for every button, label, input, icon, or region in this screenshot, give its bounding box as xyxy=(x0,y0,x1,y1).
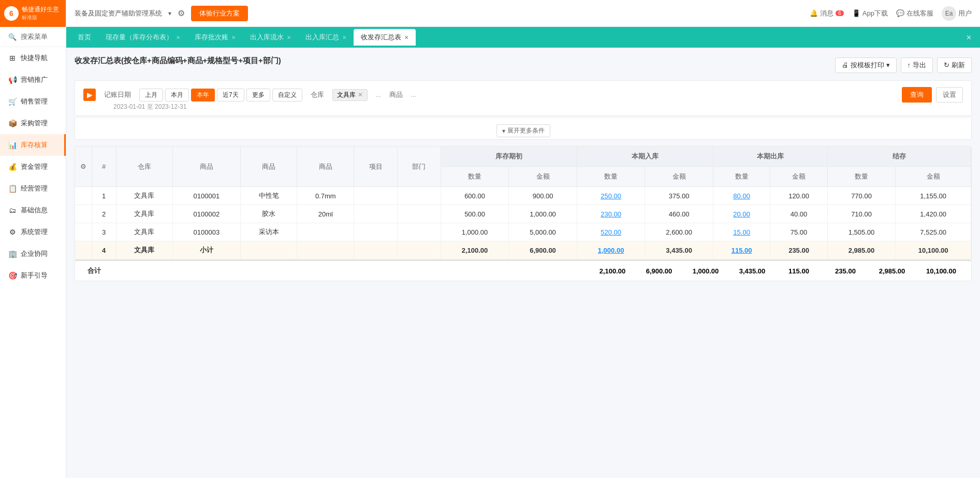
filter-row: ▶ 记账日期 上月 本月 本年 近7天 更多 自定义 仓库 文具库 ✕ ... … xyxy=(83,87,963,103)
print-button[interactable]: 🖨 按模板打印 ▾ xyxy=(835,57,897,73)
tab-close-inventory-dist[interactable]: ✕ xyxy=(176,35,180,40)
in-qty-header: 数量 xyxy=(577,167,645,187)
product-label: 商品 xyxy=(389,90,403,99)
row1-in-amt: 375.00 xyxy=(645,187,713,205)
row1-in-qty[interactable]: 250.00 xyxy=(577,187,645,205)
logo-icon: 6 xyxy=(4,6,19,21)
tab-inventory-dist[interactable]: 现存量（库存分布表） ✕ xyxy=(98,29,187,46)
tab-home[interactable]: 首页 xyxy=(70,29,98,46)
sidebar-item-newbie[interactable]: 🎯 新手引导 xyxy=(0,265,66,286)
period-7days[interactable]: 近7天 xyxy=(217,89,244,102)
system-icon: ⚙ xyxy=(8,228,17,236)
subtotal-in-qty[interactable]: 1,000.00 xyxy=(577,241,645,259)
footer-closing-qty: 2,985.00 xyxy=(869,267,915,275)
sidebar-item-enterprise[interactable]: 🏢 企业协同 xyxy=(0,243,66,265)
row2-in-qty[interactable]: 230.00 xyxy=(577,205,645,223)
row2-out-amt: 40.00 xyxy=(770,205,827,223)
filter-settings-button[interactable]: 设置 xyxy=(936,87,963,103)
main-content: 装备及固定资产辅助管理系统 ▾ ⚙ 体验行业方案 🔔 消息 6 📱 App下载 … xyxy=(66,0,980,478)
message-button[interactable]: 🔔 消息 6 xyxy=(810,9,844,18)
row1-product-spec: 0.7mm xyxy=(297,187,354,205)
tab-close-in-out-flow[interactable]: ✕ xyxy=(287,35,291,40)
row3-out-amt: 75.00 xyxy=(770,223,827,241)
period-more[interactable]: 更多 xyxy=(246,89,270,102)
warehouse-tag-close[interactable]: ✕ xyxy=(358,91,363,98)
trial-button[interactable]: 体验行业方案 xyxy=(191,6,248,21)
tab-close-in-out-summary[interactable]: ✕ xyxy=(342,35,346,40)
subtotal-out-qty[interactable]: 115.00 xyxy=(713,241,770,259)
summary-table: ⚙ # 仓库 商品 商品 商品 项目 部门 库存期初 本期入库 本期出库 结存 xyxy=(75,147,971,259)
sidebar: 6 畅捷通好生意 标准版 🔍 搜索菜单 ⊞ 快捷导航 📢 营销推广 🛒 销售管理… xyxy=(0,0,66,478)
row3-opening-amt: 5,000.00 xyxy=(509,223,577,241)
tab-close-batch-ledger[interactable]: ✕ xyxy=(231,35,236,40)
warehouse-label: 仓库 xyxy=(311,90,324,99)
row3-product-spec xyxy=(297,223,354,241)
row3-closing-amt: 7,525.00 xyxy=(896,223,971,241)
inventory-icon: 📊 xyxy=(8,141,17,149)
sidebar-item-sales[interactable]: 🛒 销售管理 xyxy=(0,91,66,112)
closing-amt-header: 金额 xyxy=(896,167,971,187)
refresh-button[interactable]: ↻ 刷新 xyxy=(937,57,972,73)
sales-icon: 🛒 xyxy=(8,97,17,106)
row2-product-code: 0100002 xyxy=(172,205,241,223)
tab-bar-close[interactable]: ✕ xyxy=(962,34,976,41)
row2-out-qty[interactable]: 20.00 xyxy=(713,205,770,223)
date-label: 记账日期 xyxy=(104,90,131,99)
period-custom[interactable]: 自定义 xyxy=(272,89,302,102)
tab-close-recv-send-summary[interactable]: ✕ xyxy=(404,35,408,40)
sidebar-item-inventory[interactable]: 📊 库存核算 xyxy=(0,134,66,156)
row3-warehouse: 文具库 xyxy=(116,223,172,241)
search-icon: 🔍 xyxy=(8,33,17,41)
row3-in-qty[interactable]: 520.00 xyxy=(577,223,645,241)
tab-in-out-summary[interactable]: 出入库汇总 ✕ xyxy=(298,29,354,46)
sidebar-item-marketing[interactable]: 📢 营销推广 xyxy=(0,69,66,91)
system-dropdown[interactable]: ▾ xyxy=(168,10,171,17)
footer-in-qty: 1,000.00 xyxy=(682,267,729,275)
footer-out-qty: 115.00 xyxy=(776,267,822,275)
table-product-name-header: 商品 xyxy=(241,147,297,187)
footer-opening-amt: 6,900.00 xyxy=(636,267,682,275)
footer-closing-amt: 10,100.00 xyxy=(915,267,967,275)
marketing-icon: 📢 xyxy=(8,76,17,84)
row2-warehouse: 文具库 xyxy=(116,205,172,223)
table-opening-header: 库存期初 xyxy=(441,147,577,167)
footer-label: 合计 xyxy=(75,266,179,276)
row1-out-amt: 120.00 xyxy=(770,187,827,205)
data-table: ⚙ # 仓库 商品 商品 商品 项目 部门 库存期初 本期入库 本期出库 结存 xyxy=(75,146,972,260)
expand-more-button[interactable]: ▾ 展开更多条件 xyxy=(496,124,550,137)
period-last-month[interactable]: 上月 xyxy=(139,89,163,102)
filter-toggle-icon[interactable]: ▶ xyxy=(83,89,96,101)
tab-in-out-flow[interactable]: 出入库流水 ✕ xyxy=(243,29,298,46)
sidebar-item-quick-nav[interactable]: ⊞ 快捷导航 xyxy=(0,47,66,69)
tab-recv-send-summary[interactable]: 收发存汇总表 ✕ xyxy=(354,29,416,46)
subtotal-label: 小计 xyxy=(172,241,241,259)
table-row: 3 文具库 0100003 采访本 1,000.00 5,000.00 520.… xyxy=(75,223,971,241)
table-in-header: 本期入库 xyxy=(577,147,713,167)
sidebar-item-basic[interactable]: 🗂 基础信息 xyxy=(0,199,66,221)
sidebar-item-finance[interactable]: 💰 资金管理 xyxy=(0,156,66,178)
page-actions: 🖨 按模板打印 ▾ ↑ 导出 ↻ 刷新 xyxy=(835,57,972,73)
tab-batch-ledger[interactable]: 库存批次账 ✕ xyxy=(187,29,243,46)
sidebar-item-operation[interactable]: 📋 经营管理 xyxy=(0,178,66,199)
app-download-button[interactable]: 📱 App下载 xyxy=(852,9,888,18)
page-title: 收发存汇总表(按仓库+商品编码+商品+规格型号+项目+部门) xyxy=(75,56,281,66)
query-button[interactable]: 查询 xyxy=(902,87,932,103)
sidebar-item-system[interactable]: ⚙ 系统管理 xyxy=(0,221,66,243)
row2-num: 2 xyxy=(92,205,116,223)
row1-out-qty[interactable]: 80.00 xyxy=(713,187,770,205)
warehouse-more[interactable]: ... xyxy=(376,91,381,98)
export-icon: ↑ xyxy=(908,61,911,69)
user-menu[interactable]: Ea 用户 xyxy=(942,6,972,21)
subtotal-closing-qty: 2,985.00 xyxy=(827,241,896,259)
product-more[interactable]: ... xyxy=(411,91,416,98)
row3-out-qty[interactable]: 15.00 xyxy=(713,223,770,241)
search-menu-item[interactable]: 🔍 搜索菜单 xyxy=(0,27,66,47)
period-this-month[interactable]: 本月 xyxy=(165,89,189,102)
settings-icon[interactable]: ⚙ xyxy=(178,8,185,18)
row2-department xyxy=(398,205,441,223)
export-button[interactable]: ↑ 导出 xyxy=(901,57,933,73)
online-service-button[interactable]: 💬 在线客服 xyxy=(896,9,933,18)
period-this-year[interactable]: 本年 xyxy=(191,89,215,102)
sidebar-item-purchase[interactable]: 📦 采购管理 xyxy=(0,112,66,134)
table-product-code-header: 商品 xyxy=(172,147,241,187)
